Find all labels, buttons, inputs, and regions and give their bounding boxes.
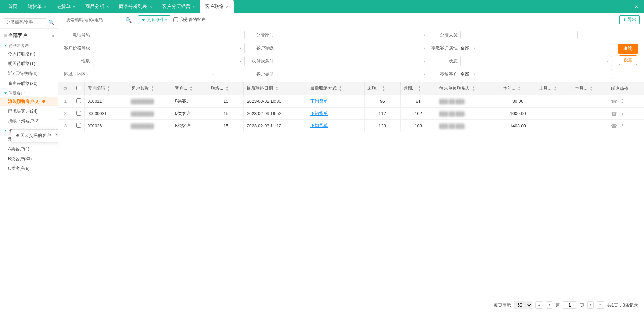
sort-icon[interactable]: ▲▼ [151,85,154,92]
tab-customer-contact[interactable]: 客户联络 × [200,0,233,13]
sort-icon[interactable]: ▲▼ [554,85,556,92]
filter-retail-select[interactable]: ▾ [471,69,612,79]
sort-icon[interactable]: ▲▼ [382,85,385,92]
sidebar-item-today[interactable]: 今天待联络(0) [0,49,58,59]
sidebar-item-tomorrow[interactable]: 明天待联络(1) [0,59,58,69]
filter-nature-select[interactable]: ▾ [93,56,245,66]
col-header-settings[interactable]: ⚙ [58,82,73,95]
filter-region-input[interactable] [93,70,210,78]
export-button[interactable]: ⬆ 导出 [619,15,640,24]
row-last-contact-type[interactable]: 下销货单 [307,120,365,132]
filter-customer-type-select[interactable]: ▾ [277,69,428,79]
row-this-month [572,120,608,132]
ellipsis-button[interactable]: ··· [210,72,217,77]
tab-close-icon[interactable]: × [44,4,46,9]
filter-customer-tier-select[interactable]: ▾ [277,43,428,53]
filter-status-select[interactable]: ▾ [460,56,612,66]
sidebar-item-declining[interactable]: 持续下滑客户(2) [0,116,58,126]
action-more-icon[interactable]: ⠿ [620,111,624,117]
tab-close-icon[interactable]: × [226,4,228,9]
row-code: 000011 [84,95,128,108]
tab-purchase[interactable]: 进货单 × [51,0,80,13]
sort-icon[interactable]: ▲▼ [275,85,278,92]
query-button[interactable]: 查询 [618,44,638,54]
row-action[interactable]: ☎ ⠿ [608,120,644,132]
row-last-month [536,95,572,108]
action-contact-icon[interactable]: ☎ [611,111,617,117]
sort-icon[interactable]: ▲▼ [107,85,110,92]
my-customers-checkbox[interactable]: 我分管的客户 [173,17,206,23]
search-button[interactable]: 🔍 [125,17,132,23]
col-header-checkbox[interactable] [73,82,84,95]
row-action[interactable]: ☎ ⠿ [608,108,644,120]
next-page-button[interactable]: › [587,301,594,309]
sidebar-group-pending[interactable]: ▼ 待联络客户 [0,41,58,49]
sidebar-item-class-b[interactable]: B类客户(33) [0,154,58,164]
row-last-contact-type[interactable]: 下销货单 [307,108,365,120]
action-more-icon[interactable]: ⠿ [620,123,624,129]
tab-customer-tier[interactable]: 客户分层经营 × [157,0,200,13]
tab-analysis[interactable]: 商品分析 × [80,0,114,13]
row-last-contact-type[interactable]: 下销货单 [307,95,365,108]
col-header-last-contact-type: 最后联络方式 ▲▼ [307,82,365,95]
more-conditions-button[interactable]: ▼ 更多条件 ▾ [138,15,170,24]
row-checkbox[interactable] [73,120,84,132]
row-no-contact: 123 [364,120,400,132]
first-page-button[interactable]: « [535,301,543,309]
sort-icon[interactable]: ▲▼ [226,85,229,92]
my-customers-check[interactable] [173,17,178,22]
collapse-icon[interactable]: « [52,33,54,38]
action-more-icon[interactable]: ⠿ [620,98,624,104]
filter-manager-input[interactable] [460,31,578,39]
row-checkbox[interactable] [73,108,84,120]
row-action[interactable]: ☎ ⠿ [608,95,644,108]
select-all-checkbox[interactable] [76,86,81,90]
tooltip-box: 90天未交易的客户，可能有流失风险。 [11,129,58,142]
sort-icon[interactable]: ▲▼ [418,85,421,92]
page-unit: 页 [580,302,584,308]
sort-icon[interactable]: ▲▼ [589,85,592,92]
tab-close-icon[interactable]: × [193,4,195,9]
search-input[interactable] [66,17,124,23]
row-name: ████████ [128,108,172,120]
prev-page-button[interactable]: ‹ [546,301,552,309]
filter-payment-select[interactable]: ▾ [277,56,428,66]
search-icon[interactable]: 🔍 [48,20,54,25]
tab-close-icon[interactable]: × [149,4,152,9]
pagination: 每页显示 50 10 20 100 « ‹ 第 页 › » 共1页，3条记录 [58,298,644,312]
tab-close-icon[interactable]: × [73,4,75,9]
settings-button[interactable]: 设置 [619,55,637,65]
sidebar-item-week[interactable]: 近7天待联络(0) [0,69,58,78]
sidebar-item-overdue[interactable]: 逾期未联络(30) [0,79,58,89]
filter-phone-input[interactable] [93,31,245,39]
sort-icon[interactable]: ▲▼ [518,85,520,92]
tab-analysis-list[interactable]: 商品分析列表 × [114,0,157,13]
sidebar-item-class-a[interactable]: A类客户(1) [0,144,58,154]
sidebar-group-problem[interactable]: ▼ 问题客户 [0,89,58,97]
sidebar-item-churned[interactable]: 已流失客户(24) [0,106,58,116]
action-contact-icon[interactable]: ☎ [611,98,617,104]
sidebar-root[interactable]: ⊞ 全部客户 « [0,30,58,41]
filter-dept-select[interactable]: ▾ [277,30,428,40]
tab-close-icon[interactable]: × [106,4,109,9]
col-header-name: 客户名称 ▲▼ [128,82,172,95]
col-header-this-month: 本月... ▲▼ [572,82,608,95]
window-close-button[interactable]: × [632,3,641,10]
sort-icon[interactable]: ▲▼ [472,85,475,92]
sidebar-item-class-c[interactable]: C类客户(6) [0,164,58,174]
sort-icon[interactable]: ▲▼ [339,85,342,92]
last-page-button[interactable]: » [597,301,604,309]
page-input[interactable] [563,301,577,309]
sidebar-search-input[interactable] [4,18,47,26]
row-checkbox[interactable] [73,95,84,108]
ellipsis-button[interactable]: ··· [578,32,584,37]
per-page-select[interactable]: 50 10 20 100 [514,301,532,309]
filter-actions: 查询 设置 [615,30,638,79]
tab-sales[interactable]: 销货单 × [23,0,51,13]
action-contact-icon[interactable]: ☎ [611,123,617,129]
sidebar-item-churn-warning[interactable]: 流失预警客户(3) [0,97,58,106]
tab-home[interactable]: 首页 [3,0,23,13]
filter-retail-attr-select[interactable]: ▾ [471,43,612,53]
filter-price-tier-select[interactable]: ▾ [93,43,245,53]
sort-icon[interactable]: ▲▼ [190,85,193,92]
